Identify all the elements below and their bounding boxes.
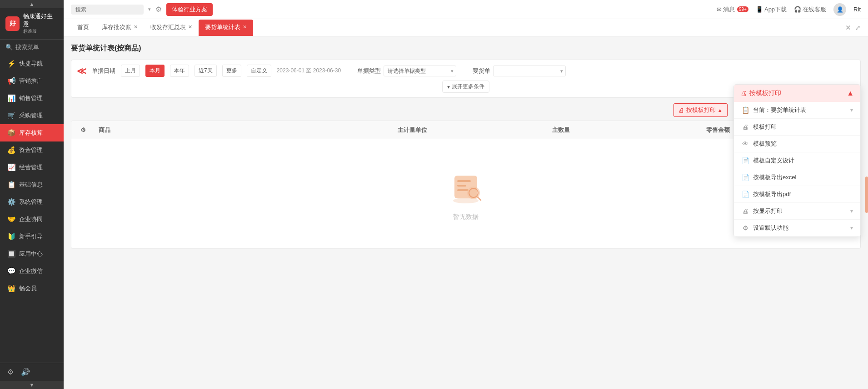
trial-button[interactable]: 体验行业方案 (166, 3, 213, 16)
sidebar-item-quick-nav[interactable]: ⚡ 快捷导航 (0, 55, 64, 72)
template-print-label: 模板打印 (753, 123, 777, 131)
user-avatar[interactable]: 👤 (833, 3, 846, 16)
date-btn-custom[interactable]: 自定义 (247, 65, 271, 77)
sidebar-item-membership[interactable]: 👑 畅会员 (0, 280, 64, 297)
current-arrow: ▾ (850, 107, 853, 113)
dropdown-template-print[interactable]: 🖨 模板打印 (734, 119, 860, 136)
display-print-arrow: ▾ (850, 208, 853, 214)
message-icon: ✉ (717, 6, 722, 13)
svg-rect-4 (457, 189, 469, 191)
tab-order-stats[interactable]: 要货单统计表 ✕ (199, 20, 253, 36)
right-scroll-indicator (865, 177, 868, 213)
printer-icon: 🖨 (678, 107, 684, 114)
export-pdf-label: 按模板导出pdf (753, 190, 791, 198)
app-name: 畅康通好生意 (23, 13, 58, 28)
current-icon: 📋 (741, 106, 749, 114)
sidebar-item-label: 采购管理 (19, 111, 43, 120)
sidebar-item-label: 企业微信 (19, 267, 43, 275)
online-service-btn[interactable]: 🎧 在线客服 (794, 5, 826, 14)
sidebar: ▲ 好 畅康通好生意 标准版 🔍 搜索菜单 ⚡ 快捷导航 📢 营销推广 📊 销售… (0, 0, 64, 389)
export-excel-icon: 📄 (741, 174, 749, 181)
dropdown-close-btn[interactable]: ▲ (847, 89, 854, 97)
dropdown-template-preview[interactable]: 👁 模板预览 (734, 136, 860, 152)
empty-text: 暂无数据 (453, 213, 479, 221)
sidebar-item-enterprise[interactable]: 🤝 企业协同 (0, 211, 64, 228)
date-btn-this-year[interactable]: 本年 (170, 65, 189, 77)
expand-icon: ▾ (447, 84, 450, 90)
service-label: 在线客服 (803, 5, 826, 14)
app-download-btn[interactable]: 📱 App下载 (756, 5, 787, 14)
sidebar-bottom: ⚙ 🔊 (0, 363, 64, 381)
sidebar-item-basic[interactable]: 📋 基础信息 (0, 176, 64, 193)
sidebar-item-inventory[interactable]: 📦 库存核算 (0, 124, 64, 141)
th-settings[interactable]: ⚙ (76, 126, 94, 133)
sidebar-item-sales[interactable]: 📊 销售管理 (0, 90, 64, 107)
search-icon: 🔍 (5, 44, 13, 51)
svg-rect-2 (457, 180, 471, 182)
date-label: 单据日期 (92, 67, 115, 75)
sidebar-item-label: 基础信息 (19, 181, 43, 189)
date-btn-last-month[interactable]: 上月 (121, 65, 140, 77)
goods-select[interactable] (493, 66, 566, 76)
sidebar-item-label: 资金管理 (19, 146, 43, 154)
tab-close-icon[interactable]: ✕ (243, 24, 247, 30)
dropdown-display-print[interactable]: 🖨 按显示打印 ▾ (734, 203, 860, 220)
purchase-icon: 🛒 (7, 111, 15, 120)
finance-icon: 💰 (7, 146, 15, 154)
tab-close-icon[interactable]: ✕ (134, 24, 138, 30)
tabs-bar: 首页 库存批次账 ✕ 收发存汇总表 ✕ 要货单统计表 ✕ ✕ ⤢ (64, 19, 868, 36)
template-print-icon: 🖨 (741, 123, 749, 131)
dropdown-template-design[interactable]: 📄 模板自定义设计 (734, 152, 860, 169)
date-btn-7days[interactable]: 近7天 (195, 65, 217, 77)
date-btn-more[interactable]: 更多 (222, 65, 241, 77)
default-setting-arrow: ▾ (850, 225, 853, 231)
search-dropdown-icon[interactable]: ▾ (148, 6, 151, 12)
print-dropdown-arrow[interactable]: ▲ (718, 107, 723, 113)
sidebar-item-wechat[interactable]: 💬 企业微信 (0, 263, 64, 280)
dropdown-current-template[interactable]: 📋 当前：要货单统计表 ▾ (734, 102, 860, 119)
print-template-btn[interactable]: 🖨 按模板打印 ▲ (673, 103, 728, 117)
sidebar-item-purchase[interactable]: 🛒 采购管理 (0, 107, 64, 124)
tab-maximize[interactable]: ⤢ (855, 24, 861, 32)
current-label: 当前：要货单统计表 (753, 106, 806, 114)
date-btn-this-month[interactable]: 本月 (145, 65, 165, 77)
top-bar: ▾ ⚙ 体验行业方案 ✉ 消息 99+ 📱 App下载 🎧 在线客服 👤 Rit (64, 0, 868, 19)
operation-icon: 📈 (7, 163, 15, 172)
sidebar-item-system[interactable]: ⚙️ 系统管理 (0, 193, 64, 211)
sidebar-search[interactable]: 🔍 搜索菜单 (0, 40, 64, 55)
sidebar-item-operation[interactable]: 📈 经营管理 (0, 159, 64, 176)
main-area: ▾ ⚙ 体验行业方案 ✉ 消息 99+ 📱 App下载 🎧 在线客服 👤 Rit (64, 0, 868, 389)
type-label: 单据类型 (357, 67, 381, 75)
sidebar-item-guide[interactable]: 🔰 新手引导 (0, 228, 64, 245)
sidebar-item-app-center[interactable]: 🔲 应用中心 (0, 245, 64, 263)
top-search-input[interactable] (71, 5, 144, 15)
tab-close-icon[interactable]: ✕ (188, 24, 192, 30)
dropdown-default-setting[interactable]: ⚙ 设置默认功能 ▾ (734, 220, 860, 237)
type-select[interactable]: 请选择单据类型 (384, 66, 456, 76)
settings-icon[interactable]: ⚙ (155, 5, 162, 14)
sidebar-scroll-up[interactable]: ▲ (0, 0, 64, 8)
filter-type: 单据类型 请选择单据类型 (357, 66, 456, 76)
tab-collection-summary[interactable]: 收发存汇总表 ✕ (144, 20, 199, 36)
settings-btn[interactable]: ⚙ (7, 368, 14, 376)
message-btn[interactable]: ✉ 消息 99+ (717, 5, 748, 14)
filter-goods: 要货单 (473, 66, 566, 76)
expand-toggle-btn[interactable]: ▾ 展开更多条件 (442, 81, 489, 93)
sidebar-item-marketing[interactable]: 📢 营销推广 (0, 72, 64, 90)
dropdown-export-excel[interactable]: 📄 按模板导出excel (734, 169, 860, 186)
dropdown-export-pdf[interactable]: 📄 按模板导出pdf (734, 186, 860, 203)
wechat-icon: 💬 (7, 267, 15, 275)
tab-home[interactable]: 首页 (71, 20, 95, 36)
sidebar-item-finance[interactable]: 💰 资金管理 (0, 141, 64, 159)
svg-rect-3 (457, 185, 466, 187)
app-center-icon: 🔲 (7, 250, 15, 258)
sidebar-scroll-down[interactable]: ▼ (0, 381, 64, 389)
filter-collapse-btn[interactable]: ≪ (77, 66, 86, 76)
audio-btn[interactable]: 🔊 (21, 368, 30, 376)
print-btn-label: 按模板打印 (686, 106, 716, 114)
dropdown-title: 按模板打印 (749, 89, 781, 97)
type-select-wrapper: 请选择单据类型 (384, 66, 456, 76)
tab-close-all[interactable]: ✕ (845, 24, 851, 32)
tab-batch-accounts[interactable]: 库存批次账 ✕ (95, 20, 144, 36)
filter-row-1: ≪ 单据日期 上月 本月 本年 近7天 更多 自定义 2023-06-01 至 … (77, 65, 855, 77)
